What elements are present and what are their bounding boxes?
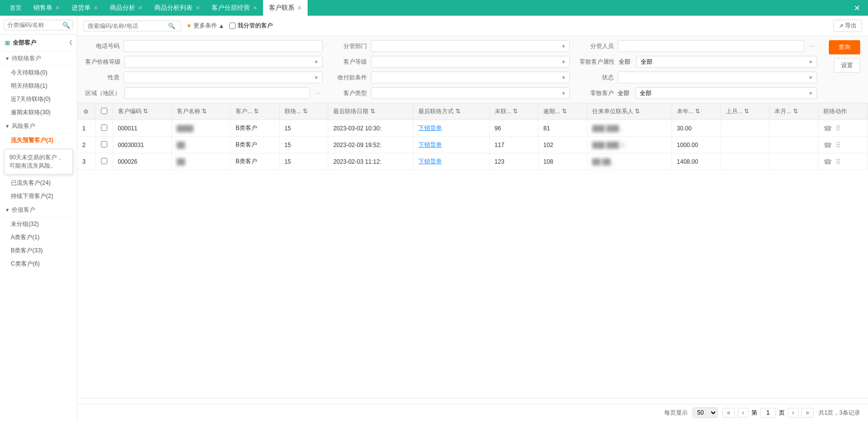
td-last-method[interactable]: 下销货单 [413, 120, 489, 137]
filter-person-input[interactable] [618, 40, 804, 52]
first-page-button[interactable]: « [723, 408, 735, 418]
total-count: 共1页，3条记录 [819, 409, 860, 417]
sidebar-item-0-3[interactable]: 逾期未联络(30) [0, 106, 77, 119]
select-all-checkbox[interactable] [101, 108, 107, 114]
sidebar-all-customers[interactable]: ⊞ 全部客户 《 [0, 35, 77, 51]
nav-tab-0[interactable]: 销售单✕ [27, 0, 66, 16]
nav-tab-1[interactable]: 进货单✕ [66, 0, 104, 16]
col-lastmonth[interactable]: 上月... ⇅ [721, 103, 770, 120]
search-input-wrap: 🔍 [83, 21, 181, 31]
more-filter-button[interactable]: ▼ 更多条件 ▲ [186, 22, 224, 30]
nav-tab-close-5[interactable]: ✕ [297, 5, 302, 11]
nav-tab-3[interactable]: 商品分析列表✕ [148, 0, 206, 16]
sidebar-item-2-1[interactable]: A类客户(1) [0, 231, 77, 244]
td-name: ████ [171, 120, 230, 137]
filter-region-dots[interactable]: ··· [314, 90, 323, 97]
sidebar-item-1-1[interactable]: 已流失客户(24) [0, 176, 77, 190]
nav-tab-close-1[interactable]: ✕ [94, 5, 98, 11]
sidebar-item-2-2[interactable]: B类客户(33) [0, 244, 77, 257]
search-input[interactable] [88, 23, 166, 29]
filter-payment-select-wrap: ▼ [371, 72, 570, 83]
sidebar-item-0-2[interactable]: 近7天待联络(0) [0, 93, 77, 106]
sidebar-item-0-1[interactable]: 明天待联络(1) [0, 79, 77, 93]
action-icon-more-2[interactable]: ⠿ [836, 158, 841, 166]
sidebar-item-2-0[interactable]: 未分组(32) [0, 218, 77, 231]
sidebar-group-title-2[interactable]: ▼价值客户 [0, 203, 77, 218]
search-icon[interactable]: 🔍 [168, 23, 175, 29]
row-checkbox-2[interactable] [101, 158, 107, 164]
filter-attr-select[interactable]: 全部 [636, 56, 817, 68]
filter-price-level-select[interactable] [124, 56, 323, 68]
td-check[interactable] [95, 137, 113, 153]
col-type[interactable]: 客户... ⇅ [230, 103, 279, 120]
sort-icon-last-date: ⇅ [370, 108, 375, 115]
nav-tab-4[interactable]: 客户分层经营✕ [206, 0, 263, 16]
sidebar-item-0-0[interactable]: 今天待联络(0) [0, 66, 77, 79]
filter-retail-select[interactable]: 全部 [635, 87, 817, 99]
nav-tab-2[interactable]: 商品分析✕ [104, 0, 148, 16]
filter-person-dots[interactable]: ··· [808, 43, 817, 50]
export-button[interactable]: ↗ 导出 [833, 20, 862, 32]
nav-tab-close-2[interactable]: ✕ [138, 5, 143, 11]
action-icon-contact-2[interactable]: ☎ [823, 158, 832, 166]
my-customer-checkbox-wrap[interactable]: 我分管的客户 [229, 22, 273, 30]
td-last-method[interactable]: 下销货单 [413, 137, 489, 153]
filter-ctype-select[interactable] [371, 87, 570, 99]
col-contact[interactable]: 联络... ⇅ [279, 103, 328, 120]
filter-phone-input[interactable] [123, 40, 323, 52]
filter-level-select-wrap: ▼ [371, 56, 570, 68]
tooltip-box: 90天未交易的客户，可能有流失风险。 [4, 149, 73, 174]
search-button[interactable]: 查询 [829, 40, 860, 54]
col-overdue[interactable]: 逾期... ⇅ [538, 103, 587, 120]
last-page-button[interactable]: » [801, 408, 814, 418]
prev-page-button[interactable]: ‹ [738, 408, 748, 418]
sidebar-group-title-0[interactable]: ▼待联络客户 [0, 51, 77, 66]
sidebar-item-2-3[interactable]: C类客户(6) [0, 257, 77, 271]
next-page-button[interactable]: › [788, 408, 798, 418]
bottom-scroll[interactable] [77, 398, 868, 404]
filter-payment-select[interactable] [371, 72, 570, 83]
close-all-button[interactable]: ✕ [850, 3, 864, 13]
row-checkbox-0[interactable] [101, 124, 107, 131]
nav-home[interactable]: 首页 [4, 0, 27, 16]
filter-region-input[interactable] [124, 87, 310, 99]
sidebar-item-1-2[interactable]: 持续下滑客户(2) [0, 190, 77, 203]
col-last-date[interactable]: 最后联络日期 ⇅ [328, 103, 413, 120]
filter-status-select[interactable] [618, 72, 817, 83]
per-page-select[interactable]: 50 100 [693, 407, 718, 418]
my-customer-checkbox[interactable] [229, 23, 236, 29]
col-setting[interactable]: ⚙ [77, 103, 95, 120]
nav-tab-close-3[interactable]: ✕ [195, 5, 200, 11]
col-code[interactable]: 客户编码 ⇅ [113, 103, 171, 120]
col-thisyear[interactable]: 本年... ⇅ [672, 103, 721, 120]
action-icon-contact-1[interactable]: ☎ [823, 141, 832, 149]
td-check[interactable] [95, 120, 113, 137]
row-checkbox-1[interactable] [101, 141, 107, 148]
filter-status-label: 状态 [579, 74, 614, 82]
nav-tab-close-0[interactable]: ✕ [55, 5, 60, 11]
sidebar-item-1-0[interactable]: 流失预警客户(3) [0, 134, 77, 147]
col-uncontacted[interactable]: 未联... ⇅ [489, 103, 538, 120]
td-person: ██ ██... [587, 153, 672, 170]
filter-status: 状态 ▼ [579, 72, 817, 83]
setting-button[interactable]: 设置 [834, 58, 860, 73]
nav-tab-close-4[interactable]: ✕ [253, 5, 257, 11]
action-icon-more-1[interactable]: ⠿ [836, 141, 841, 149]
filter-attr-select-wrap: 全部 ▼ [636, 56, 817, 68]
sidebar-group-title-1[interactable]: ▼风险客户 [0, 119, 77, 134]
col-name[interactable]: 客户名称 ⇅ [171, 103, 230, 120]
action-icon-contact-0[interactable]: ☎ [823, 124, 832, 132]
page-input[interactable] [760, 408, 776, 418]
bottom-bar: 每页显示 50 100 « ‹ 第 页 › » 共1页，3条记录 [77, 404, 868, 421]
col-last-method[interactable]: 最后联络方式 ⇅ [413, 103, 489, 120]
td-check[interactable] [95, 153, 113, 170]
nav-tab-5[interactable]: 客户联系✕ [263, 0, 308, 16]
col-thismonth[interactable]: 本月... ⇅ [770, 103, 819, 120]
filter-dept-select[interactable] [371, 40, 570, 52]
td-last-method[interactable]: 下销货单 [413, 153, 489, 170]
filter-nature-select[interactable] [123, 72, 323, 83]
filter-level-label: 客户等级 [333, 58, 367, 66]
action-icon-more-0[interactable]: ⠿ [836, 124, 841, 132]
col-person[interactable]: 往来单位联系人 ⇅ [587, 103, 672, 120]
filter-level-select[interactable] [371, 56, 570, 68]
